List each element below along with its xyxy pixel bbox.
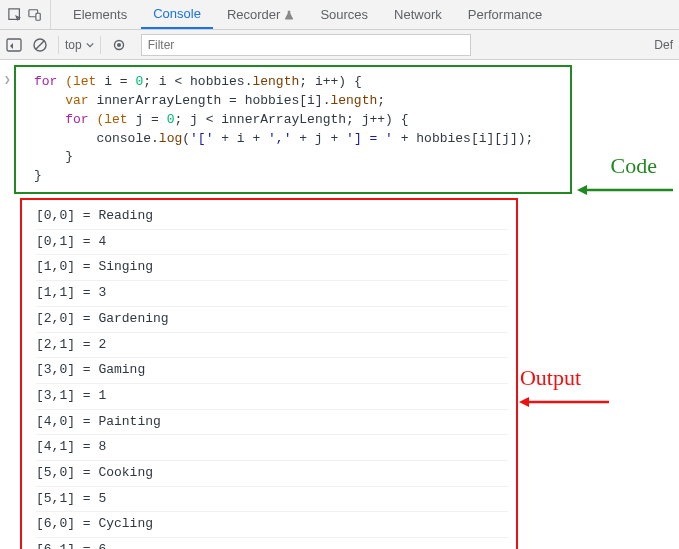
devtools-topbar: Elements Console Recorder Sources Networ… [0,0,679,30]
console-toolbar: top Def [0,30,679,60]
device-toggle-icon[interactable] [28,8,42,22]
inspect-element-icon[interactable] [8,8,22,22]
console-log-line: [1,1] = 3 [36,281,508,307]
chevron-down-icon [86,41,94,49]
svg-rect-2 [36,13,40,20]
console-log-line: [2,1] = 2 [36,333,508,359]
log-levels-selector[interactable]: Def [654,38,673,52]
flask-icon [284,10,294,20]
console-log-line: [5,0] = Cooking [36,461,508,487]
tab-recorder[interactable]: Recorder [215,0,306,29]
clear-console-icon[interactable] [32,37,48,53]
tab-performance[interactable]: Performance [456,0,554,29]
tab-console[interactable]: Console [141,0,213,29]
console-log-line: [0,0] = Reading [36,204,508,230]
svg-rect-3 [7,39,21,51]
console-log-line: [2,0] = Gardening [36,307,508,333]
arrow-left-icon [577,183,673,197]
context-label: top [65,38,82,52]
filter-input[interactable] [148,38,464,52]
inspect-tools [4,0,51,29]
tab-recorder-label: Recorder [227,7,280,22]
tab-elements[interactable]: Elements [61,0,139,29]
console-log-line: [3,0] = Gaming [36,358,508,384]
code-annotation-box: ❯ for (let i = 0; i < hobbies.length; i+… [14,65,572,194]
tab-sources[interactable]: Sources [308,0,380,29]
console-log-line: [4,1] = 8 [36,435,508,461]
console-log-line: [3,1] = 1 [36,384,508,410]
tab-network[interactable]: Network [382,0,454,29]
live-expression-icon[interactable] [111,37,127,53]
code-input[interactable]: for (let i = 0; i < hobbies.length; i++)… [20,73,564,186]
svg-point-7 [117,43,121,47]
panel-tabs: Elements Console Recorder Sources Networ… [61,0,554,29]
execution-context-selector[interactable]: top [58,36,101,54]
console-log-line: [6,0] = Cycling [36,512,508,538]
prompt-chevron-icon: ❯ [4,73,11,89]
console-log-line: [1,0] = Singing [36,255,508,281]
console-output-area: ❯ for (let i = 0; i < hobbies.length; i+… [0,65,679,549]
svg-line-5 [36,41,44,49]
toggle-sidebar-icon[interactable] [6,37,22,53]
annotation-label-code: Code [611,153,657,179]
console-log-line: [4,0] = Painting [36,410,508,436]
console-log-line: [0,1] = 4 [36,230,508,256]
output-annotation-box: [0,0] = Reading [0,1] = 4 [1,0] = Singin… [20,198,518,549]
console-log-line: [5,1] = 5 [36,487,508,513]
annotation-label-output: Output [520,365,581,391]
console-log-line: [6,1] = 6 [36,538,508,549]
filter-input-wrap [141,34,471,56]
arrow-left-icon [519,395,609,409]
